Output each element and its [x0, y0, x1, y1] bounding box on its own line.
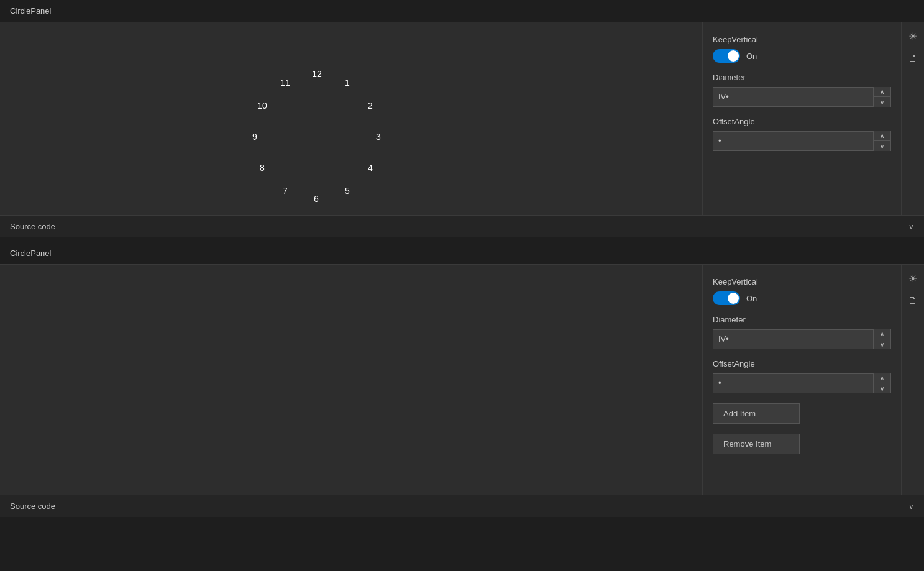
panel2-offset-angle-value: • — [713, 373, 873, 393]
circle-number-4: 4 — [368, 163, 373, 173]
remove-item-group: Remove Item — [713, 434, 891, 454]
panel1-file-icon[interactable]: 🗋 — [904, 50, 922, 67]
panel2-diameter-group: Diameter IV• ∧ ∨ — [713, 315, 891, 349]
panel1-offset-angle-buttons: ∧ ∨ — [873, 131, 890, 151]
circle-number-6: 6 — [314, 194, 319, 204]
panel2-offset-angle-group: OffsetAngle • ∧ ∨ — [713, 359, 891, 393]
circle-number-9: 9 — [252, 132, 257, 142]
panel2-source-code-row[interactable]: Source code ∨ — [0, 495, 924, 517]
panel1-source-code-label: Source code — [10, 222, 55, 231]
circle-number-2: 2 — [368, 101, 373, 111]
circle-number-10: 10 — [257, 101, 267, 111]
panel1-sun-icon[interactable]: ☀ — [904, 27, 922, 45]
panel2-offset-angle-spinner: • ∧ ∨ — [713, 373, 891, 393]
panel1-diameter-down[interactable]: ∨ — [873, 97, 890, 107]
panel1-canvas: 121111029384765 — [0, 22, 702, 215]
panel1-offset-angle-spinner: • ∧ ∨ — [713, 131, 891, 151]
panel1-offset-angle-up[interactable]: ∧ — [873, 131, 890, 141]
panel2-offset-angle-up[interactable]: ∧ — [873, 373, 890, 383]
panel1-offset-angle-label: OffsetAngle — [713, 117, 891, 126]
panel1-diameter-buttons: ∧ ∨ — [873, 87, 890, 107]
add-item-group: Add Item — [713, 403, 891, 424]
panel1-offset-angle-down[interactable]: ∨ — [873, 141, 890, 151]
panel2-file-icon[interactable]: 🗋 — [904, 292, 922, 309]
panel1-controls: KeepVertical On Diameter IV• ∧ ∨ OffsetA… — [702, 22, 901, 215]
circle-number-8: 8 — [260, 163, 265, 173]
circle-number-12: 12 — [312, 69, 322, 79]
panel2-diameter-value: IV• — [713, 329, 873, 349]
circle-number-11: 11 — [280, 78, 290, 88]
panel2-source-code-label: Source code — [10, 501, 55, 511]
panel2-diameter-spinner: IV• ∧ ∨ — [713, 329, 891, 349]
panel1-keep-vertical-label: KeepVertical — [713, 35, 891, 44]
panel2-diameter-down[interactable]: ∨ — [873, 339, 890, 349]
circle-number-7: 7 — [283, 186, 288, 196]
panel1-title: CirclePanel — [0, 0, 924, 22]
panel1-offset-angle-group: OffsetAngle • ∧ ∨ — [713, 117, 891, 151]
panel2-canvas — [0, 265, 702, 495]
panel1-diameter-label: Diameter — [713, 73, 891, 82]
panel2-offset-angle-down[interactable]: ∨ — [873, 383, 890, 393]
panel1-source-code-row[interactable]: Source code ∨ — [0, 215, 924, 237]
panel2-keep-vertical-toggle[interactable] — [713, 291, 740, 305]
panel1-diameter-spinner: IV• ∧ ∨ — [713, 87, 891, 107]
panel1-keep-vertical-group: KeepVertical On — [713, 35, 891, 63]
section-separator — [0, 237, 924, 242]
remove-item-button[interactable]: Remove Item — [713, 434, 800, 454]
panel2-sun-icon[interactable]: ☀ — [904, 270, 922, 287]
panel2-diameter-up[interactable]: ∧ — [873, 329, 890, 339]
circle-number-3: 3 — [376, 132, 381, 142]
panel2-keep-vertical-state: On — [746, 294, 757, 303]
panel2-keep-vertical-group: KeepVertical On — [713, 277, 891, 305]
add-item-button[interactable]: Add Item — [713, 403, 800, 424]
circle-number-1: 1 — [345, 78, 350, 88]
circle-number-5: 5 — [345, 186, 350, 196]
panel2-title: CirclePanel — [0, 242, 924, 264]
panel2-keep-vertical-label: KeepVertical — [713, 277, 891, 286]
panel1-keep-vertical-state: On — [746, 52, 757, 61]
panel1-keep-vertical-toggle[interactable] — [713, 49, 740, 63]
panel2-side-icons: ☀ 🗋 — [901, 265, 924, 495]
panel2-offset-angle-buttons: ∧ ∨ — [873, 373, 890, 393]
panel2-diameter-label: Diameter — [713, 315, 891, 324]
panel2-source-code-chevron: ∨ — [908, 502, 914, 511]
panel2-controls: KeepVertical On Diameter IV• ∧ ∨ OffsetA… — [702, 265, 901, 495]
panel2-offset-angle-label: OffsetAngle — [713, 359, 891, 368]
panel1-diameter-value: IV• — [713, 87, 873, 107]
panel1-offset-angle-value: • — [713, 131, 873, 151]
panel1-side-icons: ☀ 🗋 — [901, 22, 924, 215]
panel1-diameter-group: Diameter IV• ∧ ∨ — [713, 73, 891, 107]
panel1-source-code-chevron: ∨ — [908, 222, 914, 231]
panel2-diameter-buttons: ∧ ∨ — [873, 329, 890, 349]
panel1-diameter-up[interactable]: ∧ — [873, 87, 890, 97]
